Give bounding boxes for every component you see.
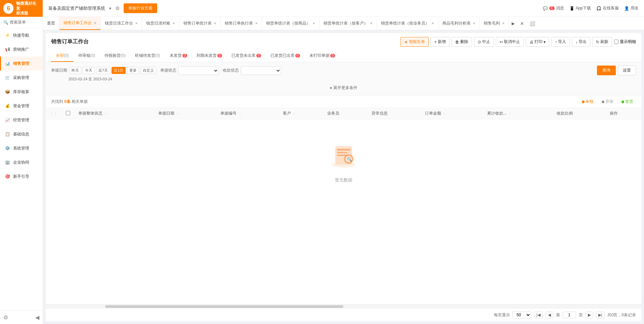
next-page-button[interactable]: ▶ <box>586 312 593 318</box>
filter-btn-7days[interactable]: 近7天 <box>96 67 110 74</box>
subtab-not-printed[interactable]: 未打印单据0 <box>305 50 340 62</box>
cancel-audit-button[interactable]: 弃审 <box>599 98 616 106</box>
export-button[interactable]: ↓ 导出 <box>572 37 590 47</box>
scrollbar-thumb[interactable] <box>105 305 343 308</box>
query-button[interactable]: 查询 <box>597 66 616 75</box>
app-download[interactable]: 📱 App下载 <box>569 5 591 11</box>
sidebar-item-newbie[interactable]: 🎯 新手引导 <box>0 169 43 184</box>
basic-icon: 📋 <box>4 131 10 137</box>
sidebar-item-label: 资金管理 <box>13 103 29 109</box>
subtab-pending-inspect[interactable]: 待拣验货(0) <box>100 50 130 62</box>
topbar-dropdown-icon[interactable]: ▾ <box>109 6 111 11</box>
search-menu[interactable]: 🔍 搜索菜单 <box>0 17 43 28</box>
sort-status-icon[interactable]: ↕ <box>105 112 106 115</box>
subtab-wangpu-deliver[interactable]: 旺铺待发货(0) <box>130 50 165 62</box>
filter-date-range: 昨天 今天 近7天 近1月 更多 自定义 <box>69 67 156 74</box>
tab-sales-profit[interactable]: 销售毛利 ✕ <box>480 17 509 30</box>
settings-icon[interactable]: ⚙ <box>3 314 8 321</box>
tab-sales-order[interactable]: 销售订单工作台 ✕ <box>59 17 101 30</box>
tab-sales-sum-customer[interactable]: 销货单统计表（按客户） ✕ <box>319 17 377 30</box>
smart-generate-button[interactable]: ★ 智能生单 <box>400 37 429 47</box>
filter-btn-yesterday[interactable]: 昨天 <box>69 67 81 74</box>
export-icon: ↓ <box>575 40 577 44</box>
sort-date-icon[interactable]: ↕ <box>177 112 178 115</box>
tab-close-cash-daily[interactable]: ✕ <box>135 22 138 25</box>
sidebar-item-inventory[interactable]: 📦 库存核算 <box>0 85 43 99</box>
tab-close-sales-order[interactable]: ✕ <box>94 21 96 25</box>
sidebar-item-enterprise[interactable]: 🏢 企业协同 <box>0 155 43 169</box>
subtab-delivered-out[interactable]: 已发货已出库0 <box>266 50 305 62</box>
print-button[interactable]: 🖨 打印 ▾ <box>526 37 549 47</box>
filter-btn-today[interactable]: 今天 <box>83 67 95 74</box>
stop-button[interactable]: ⊙ 中止 <box>474 37 494 47</box>
subtab-pending-review[interactable]: 待审核(0) <box>74 50 100 62</box>
sort-customer-icon[interactable]: ↕ <box>293 112 295 115</box>
tab-margin-analysis[interactable]: 商品毛利分析表 ✕ <box>438 17 480 30</box>
tab-close-sales-stat[interactable]: ✕ <box>214 22 216 25</box>
tab-close-margin[interactable]: ✕ <box>473 22 475 25</box>
tab-home[interactable]: 首页 <box>43 17 59 30</box>
filter-status-select[interactable] <box>178 66 219 75</box>
tab-close-profit[interactable]: ✕ <box>502 22 505 25</box>
sort-collected-icon[interactable]: ↕ <box>509 112 511 115</box>
print-dropdown-icon: ▾ <box>544 40 546 44</box>
tab-close-all-button[interactable]: ✕ <box>517 17 527 30</box>
import-button[interactable]: ↑ 导入 <box>551 37 570 47</box>
sidebar-item-sales[interactable]: 📊 销售管理 <box>0 56 43 71</box>
topbar-settings-icon[interactable]: ⚙ <box>115 5 120 11</box>
sidebar-item-system[interactable]: ⚙️ 系统管理 <box>0 141 43 155</box>
tab-close-sales-exec[interactable]: ✕ <box>255 22 258 25</box>
deliver-button[interactable]: 发货 <box>619 98 636 106</box>
message-center[interactable]: 💬 6 消息 <box>543 5 564 11</box>
select-all-checkbox[interactable] <box>66 111 70 115</box>
sidebar-item-basic[interactable]: 📋 基础信息 <box>0 127 43 141</box>
tab-sales-stat[interactable]: 销售订单统计表 ✕ <box>179 17 221 30</box>
filter-btn-1month[interactable]: 近1月 <box>112 67 126 74</box>
sidebar-item-quick-nav[interactable]: ⚡ 快捷导航 <box>0 28 43 42</box>
user-menu[interactable]: 👤 用友 <box>624 5 639 11</box>
subtab-delivered-not-out[interactable]: 已发货未出库0 <box>227 50 266 62</box>
tab-maximize-button[interactable]: ⬜ <box>527 17 538 30</box>
sort-amount-icon[interactable]: ↕ <box>443 112 445 115</box>
sidebar-item-marketing[interactable]: 📢 营销推广 <box>0 42 43 56</box>
sort-number-icon[interactable]: ↕ <box>239 112 241 115</box>
subtab-overdue-deliver[interactable]: 到期未发货0 <box>192 50 227 62</box>
subtab-not-delivered[interactable]: 未发货0 <box>165 50 192 62</box>
filter-btn-more[interactable]: 更多 <box>127 67 139 74</box>
subtab-all[interactable]: 全部(0) <box>51 50 74 62</box>
cancel-stop-button[interactable]: ↩ 取消中止 <box>496 37 524 47</box>
collapse-icon[interactable]: ◀ <box>35 314 39 321</box>
sidebar-item-purchase[interactable]: 🛒 采购管理 <box>0 71 43 85</box>
last-page-button[interactable]: ▶| <box>596 312 605 318</box>
tab-cash-daily[interactable]: 钱货日清工作台 ✕ <box>101 17 142 30</box>
first-page-button[interactable]: |◀ <box>534 312 543 318</box>
sidebar-item-operation[interactable]: 📈 经营管理 <box>0 113 43 127</box>
delete-button[interactable]: 🗑 删除 <box>452 37 472 47</box>
refresh-button[interactable]: ↻ 刷新 <box>592 37 612 47</box>
tab-cash-reconcile[interactable]: 钱货日清对账 ✕ <box>142 17 179 30</box>
filter-btn-custom[interactable]: 自定义 <box>140 67 156 74</box>
online-service[interactable]: 🎧 在线客服 <box>596 5 619 11</box>
show-detail-checkbox[interactable] <box>614 40 618 44</box>
tab-sales-exec[interactable]: 销售订单执行表 ✕ <box>221 17 262 30</box>
sidebar-item-finance[interactable]: 💰 资金管理 <box>0 99 43 113</box>
filter-expand-button[interactable]: ▾ 展开更多条件 <box>329 84 359 92</box>
tab-sales-sum-staff[interactable]: 销货单统计表（按业务员） ✕ <box>377 17 438 30</box>
audit-button[interactable]: 审核 <box>579 98 596 106</box>
message-badge: 6 <box>549 6 555 10</box>
show-detail-checkbox-container[interactable]: 显示明细 <box>614 39 636 45</box>
filter-payment-select[interactable] <box>241 66 281 75</box>
tab-close-sum-customer[interactable]: ✕ <box>370 22 373 25</box>
settings-button[interactable]: 设置 <box>618 66 636 75</box>
add-button[interactable]: + 新增 <box>431 37 449 47</box>
per-page-select[interactable]: 50 100 200 <box>513 311 531 319</box>
tab-close-sum-product[interactable]: ✕ <box>312 22 315 25</box>
prev-page-button[interactable]: ◀ <box>546 312 553 318</box>
horizontal-scrollbar[interactable] <box>46 304 641 308</box>
tab-close-cash-reconcile[interactable]: ✕ <box>172 22 175 25</box>
page-number-input[interactable] <box>563 312 576 318</box>
tab-sales-sum-product[interactable]: 销货单统计表（按商品） ✕ <box>262 17 319 30</box>
industry-solution-button[interactable]: 体验行业方案 <box>124 3 157 13</box>
tab-close-sum-staff[interactable]: ✕ <box>431 22 434 25</box>
tab-more-button[interactable]: ▶ <box>509 17 517 30</box>
